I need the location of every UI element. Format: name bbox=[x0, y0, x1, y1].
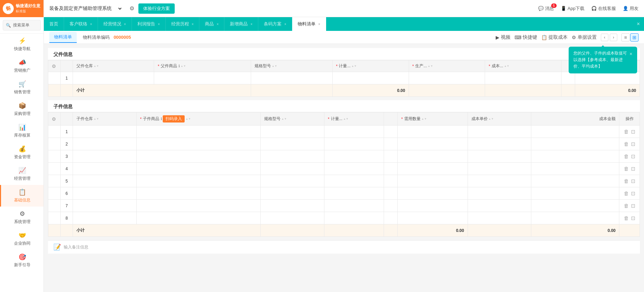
system-select[interactable] bbox=[116, 5, 123, 12]
tab-profit-close[interactable]: × bbox=[158, 22, 160, 26]
tab-profit[interactable]: 利润报告 × bbox=[132, 17, 166, 31]
tab-add-goods-close[interactable]: × bbox=[250, 22, 252, 26]
delete-icon-8[interactable]: 🗑 bbox=[624, 215, 629, 221]
sidebar-item-basic-info[interactable]: 📋 基础信息 bbox=[0, 185, 44, 207]
tab-ops-close[interactable]: × bbox=[124, 22, 126, 26]
sidebar-item-operations[interactable]: 📈 经营管理 bbox=[0, 163, 44, 185]
parent-row-warehouse-1[interactable] bbox=[73, 72, 154, 84]
sidebar-item-quick-nav[interactable]: ⚡ 快捷导航 bbox=[0, 34, 44, 55]
child-row-spec-7[interactable] bbox=[261, 200, 324, 212]
search-menu-button[interactable]: 🔍 搜索菜单 bbox=[3, 20, 41, 31]
child-unit-sorter[interactable]: ▲▼ bbox=[343, 118, 349, 120]
tab-barcode[interactable]: 条码方案 × bbox=[258, 17, 292, 31]
parent-row-produce-1[interactable] bbox=[409, 72, 485, 84]
parent-spec-sorter[interactable]: ▲▼ bbox=[272, 65, 277, 68]
child-row-qty-3[interactable] bbox=[398, 150, 468, 163]
child-row-unit-cost-1[interactable] bbox=[468, 126, 531, 138]
child-row-spec-2[interactable] bbox=[261, 138, 324, 150]
tab-goods[interactable]: 商品 × bbox=[199, 17, 224, 31]
table-view-button[interactable]: ⊞ bbox=[630, 33, 639, 42]
child-row-spec-1[interactable] bbox=[261, 126, 324, 138]
child-spec-sorter[interactable]: ▲▼ bbox=[281, 118, 287, 120]
child-row-spec-6[interactable] bbox=[261, 187, 324, 200]
child-row-unit-cost-7[interactable] bbox=[468, 200, 531, 212]
child-row-goods-5[interactable] bbox=[136, 175, 261, 187]
tab-history[interactable]: 经营历程 × bbox=[166, 17, 200, 31]
child-row-qty-5[interactable] bbox=[398, 175, 468, 187]
child-row-unit-3[interactable] bbox=[324, 150, 384, 163]
app-download-button[interactable]: 📱 App下载 bbox=[561, 5, 584, 12]
parent-table-settings-icon[interactable]: ⚙ bbox=[52, 63, 56, 69]
tab-operations[interactable]: 经营情况 × bbox=[98, 17, 132, 31]
child-row-spec-4[interactable] bbox=[261, 163, 324, 175]
child-row-goods-7[interactable] bbox=[136, 200, 261, 212]
child-warehouse-sorter[interactable]: ▲▼ bbox=[94, 118, 99, 120]
child-qty-sorter[interactable]: ▲▼ bbox=[421, 118, 427, 120]
subtab-bom-code[interactable]: 物料清单编码 0000005 bbox=[78, 32, 136, 43]
tab-close-all-button[interactable]: × bbox=[633, 21, 644, 27]
child-row-unit-cost-3[interactable] bbox=[468, 150, 531, 163]
child-row-unit-cost-8[interactable] bbox=[468, 212, 531, 224]
tab-bom-close[interactable]: × bbox=[318, 22, 320, 26]
child-row-goods-4[interactable] bbox=[136, 163, 261, 175]
child-row-spec-5[interactable] bbox=[261, 175, 324, 187]
shortcut-action[interactable]: ⌨ 快捷键 bbox=[515, 34, 537, 40]
child-row-spec-3[interactable] bbox=[261, 150, 324, 163]
parent-row-spec-1[interactable] bbox=[251, 72, 332, 84]
copy-icon-5[interactable]: ⊡ bbox=[631, 178, 635, 184]
child-row-goods-6[interactable] bbox=[136, 187, 261, 200]
parent-goods-info-icon[interactable]: ℹ bbox=[178, 64, 180, 68]
parent-unit-sorter[interactable]: ▲▼ bbox=[351, 65, 357, 68]
sidebar-item-collab[interactable]: 🤝 企业协同 bbox=[0, 228, 44, 250]
list-view-button[interactable]: ≡ bbox=[621, 33, 630, 42]
tab-add-goods[interactable]: 新增商品 × bbox=[224, 17, 258, 31]
child-row-unit-6[interactable] bbox=[324, 187, 384, 200]
sidebar-item-sales[interactable]: 🛒 销售管理 bbox=[0, 77, 44, 98]
child-row-qty-2[interactable] bbox=[398, 138, 468, 150]
child-row-warehouse-1[interactable] bbox=[73, 126, 137, 138]
child-unit-cost-sorter[interactable]: ▲▼ bbox=[488, 118, 494, 120]
trial-button[interactable]: 体验行业方案 bbox=[138, 3, 175, 14]
sidebar-search[interactable]: 🔍 搜索菜单 bbox=[0, 17, 44, 34]
child-row-warehouse-2[interactable] bbox=[73, 138, 137, 150]
delete-icon-5[interactable]: 🗑 bbox=[624, 178, 629, 184]
child-row-unit-cost-5[interactable] bbox=[468, 175, 531, 187]
user-menu[interactable]: 👤 用友 bbox=[623, 5, 639, 12]
child-row-warehouse-4[interactable] bbox=[73, 163, 137, 175]
copy-icon-1[interactable]: ⊡ bbox=[631, 129, 635, 135]
tab-goods-close[interactable]: × bbox=[216, 22, 219, 26]
tab-customer[interactable]: 客户联络 × bbox=[64, 17, 98, 31]
child-row-warehouse-5[interactable] bbox=[73, 175, 137, 187]
parent-warehouse-sorter[interactable]: ▲▼ bbox=[94, 65, 99, 68]
tab-customer-close[interactable]: × bbox=[90, 22, 92, 26]
online-service-button[interactable]: 🎧 在线客服 bbox=[591, 5, 616, 12]
tab-home[interactable]: 首页 bbox=[44, 17, 64, 31]
sidebar-item-marketing[interactable]: 📣 营销推广 bbox=[0, 55, 44, 77]
child-row-unit-4[interactable] bbox=[324, 163, 384, 175]
child-row-goods-2[interactable] bbox=[136, 138, 261, 150]
sidebar-item-finance[interactable]: 💰 资金管理 bbox=[0, 142, 44, 163]
subtab-bom-list[interactable]: 物料清单 bbox=[49, 32, 77, 43]
video-action[interactable]: ▶ 视频 bbox=[496, 34, 510, 40]
delete-icon-2[interactable]: 🗑 bbox=[624, 141, 629, 147]
copy-icon-2[interactable]: ⊡ bbox=[631, 141, 635, 147]
child-row-warehouse-3[interactable] bbox=[73, 150, 137, 163]
sidebar-item-purchase[interactable]: 📦 采购管理 bbox=[0, 98, 44, 120]
parent-row-cost-1[interactable] bbox=[485, 72, 561, 84]
child-goods-info-icon[interactable]: ℹ bbox=[161, 117, 162, 121]
child-row-unit-5[interactable] bbox=[324, 175, 384, 187]
scan-button[interactable]: 扫码录入 bbox=[163, 115, 185, 122]
tab-bom[interactable]: 物料清单 × bbox=[292, 17, 326, 31]
child-row-unit-7[interactable] bbox=[324, 200, 384, 212]
copy-icon-3[interactable]: ⊡ bbox=[631, 153, 635, 160]
delete-icon-1[interactable]: 🗑 bbox=[624, 129, 629, 135]
child-row-unit-cost-6[interactable] bbox=[468, 187, 531, 200]
child-goods-sorter[interactable]: ▲▼ bbox=[185, 118, 191, 120]
parent-row-unit-1[interactable] bbox=[332, 72, 409, 84]
child-row-goods-3[interactable] bbox=[136, 150, 261, 163]
sidebar-item-guide[interactable]: 🎯 新手引导 bbox=[0, 250, 44, 271]
delete-icon-3[interactable]: 🗑 bbox=[624, 153, 629, 160]
child-row-spec-8[interactable] bbox=[261, 212, 324, 224]
child-row-goods-8[interactable] bbox=[136, 212, 261, 224]
copy-icon-7[interactable]: ⊡ bbox=[631, 203, 635, 209]
